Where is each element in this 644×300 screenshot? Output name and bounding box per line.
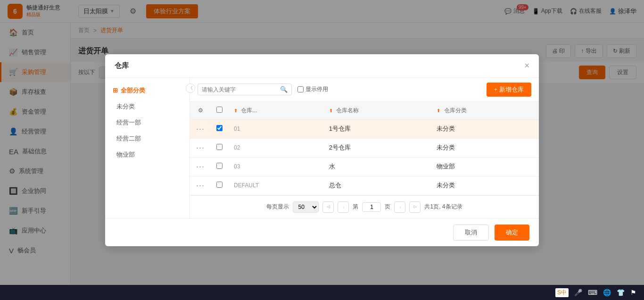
row-code: DEFAULT: [228, 176, 323, 195]
status-bar: S中 🎤 ⌨ 🌐 👕 ⚑: [0, 285, 644, 300]
status-mic-icon[interactable]: 🎤: [574, 289, 582, 296]
row-checkbox-cell: [211, 157, 228, 176]
search-box: 🔍: [198, 83, 292, 95]
table-row[interactable]: ··· 02 2号仓库 未分类: [190, 138, 539, 157]
modal-body: ⊞ 全部分类 《 未分类经营一部经营二部物业部 🔍 显示停用: [105, 78, 539, 218]
col-checkbox: [211, 102, 228, 120]
page-first-btn[interactable]: ⊲: [322, 201, 334, 213]
col-name: ⬆ 仓库名称: [323, 102, 431, 120]
category-item[interactable]: 经营二部: [105, 131, 190, 147]
row-category: 未分类: [431, 119, 539, 138]
row-action: ···: [190, 157, 211, 176]
col-settings: ⚙: [190, 102, 211, 120]
row-code: 03: [228, 157, 323, 176]
row-more-btn[interactable]: ···: [196, 162, 205, 172]
table-row[interactable]: ··· DEFAULT 总仓 未分类: [190, 176, 539, 195]
row-checkbox[interactable]: [216, 125, 223, 131]
status-flag-icon[interactable]: ⚑: [630, 289, 636, 296]
content-toolbar: 🔍 显示停用 + 新增仓库: [190, 78, 539, 102]
page-size-select[interactable]: 102050100: [293, 201, 319, 213]
sort-icon: ⬆: [234, 108, 238, 113]
row-checkbox[interactable]: [216, 182, 223, 188]
category-item[interactable]: 经营一部: [105, 115, 190, 131]
all-categories-label: 全部分类: [121, 86, 145, 95]
row-category: 未分类: [431, 176, 539, 195]
category-panel: ⊞ 全部分类 《 未分类经营一部经营二部物业部: [105, 78, 190, 218]
modal-close-button[interactable]: ×: [524, 61, 529, 71]
modal-header: 仓库 ×: [105, 54, 539, 78]
row-action: ···: [190, 119, 211, 138]
grid-icon: ⊞: [113, 87, 118, 94]
col-code: ⬆ 仓库...: [228, 102, 323, 120]
search-input[interactable]: [202, 86, 280, 93]
page-next-btn[interactable]: ›: [394, 201, 405, 213]
total-info: 共1页, 4条记录: [424, 203, 462, 211]
row-name: 1号仓库: [323, 119, 431, 138]
category-item[interactable]: 未分类: [105, 99, 190, 115]
modal-overlay: 仓库 × ⊞ 全部分类 《 未分类经营一部经营二部物业部 🔍: [0, 0, 644, 300]
per-page-label: 每页显示: [266, 203, 289, 211]
row-name: 总仓: [323, 176, 431, 195]
sort-icon-category: ⬆: [437, 108, 440, 113]
status-lang-icon[interactable]: S中: [555, 288, 569, 297]
row-checkbox-cell: [211, 119, 228, 138]
row-name: 2号仓库: [323, 138, 431, 157]
data-table: ⚙ ⬆ 仓库... ⬆ 仓库名称: [190, 102, 539, 195]
status-network-icon[interactable]: 🌐: [603, 289, 611, 296]
select-all-checkbox[interactable]: [216, 107, 223, 113]
page-unit: 页: [385, 203, 390, 211]
add-warehouse-button[interactable]: + 新增仓库: [487, 83, 531, 97]
category-list: 未分类经营一部经营二部物业部: [105, 99, 190, 163]
row-code: 01: [228, 119, 323, 138]
row-more-btn[interactable]: ···: [196, 181, 205, 191]
row-checkbox-cell: [211, 176, 228, 195]
status-shirt-icon[interactable]: 👕: [617, 289, 625, 296]
row-checkbox[interactable]: [216, 163, 223, 169]
row-more-btn[interactable]: ···: [196, 143, 205, 153]
modal-title: 仓库: [115, 61, 129, 70]
status-keyboard-icon[interactable]: ⌨: [588, 289, 597, 296]
page-input[interactable]: [362, 202, 381, 212]
row-category: 物业部: [431, 157, 539, 176]
page-prev-btn[interactable]: ‹: [338, 201, 349, 213]
table-row[interactable]: ··· 03 水 物业部: [190, 157, 539, 176]
category-item[interactable]: 物业部: [105, 147, 190, 163]
all-categories-item[interactable]: ⊞ 全部分类: [105, 83, 190, 99]
show-disabled-checkbox[interactable]: [297, 86, 304, 92]
row-name: 水: [323, 157, 431, 176]
row-more-btn[interactable]: ···: [196, 124, 205, 134]
show-disabled-label[interactable]: 显示停用: [297, 85, 328, 93]
warehouse-modal: 仓库 × ⊞ 全部分类 《 未分类经营一部经营二部物业部 🔍: [105, 54, 539, 246]
table-body: ··· 01 1号仓库 未分类 ··· 02 2号仓库 未分类 ···: [190, 119, 539, 195]
page-label: 第: [353, 203, 358, 211]
warehouse-table: ⚙ ⬆ 仓库... ⬆ 仓库名称: [190, 102, 539, 195]
col-category: ⬆ 仓库分类: [431, 102, 539, 120]
content-panel: 🔍 显示停用 + 新增仓库 ⚙: [190, 78, 539, 218]
modal-footer: 取消 确定: [105, 218, 539, 246]
confirm-button[interactable]: 确定: [495, 225, 529, 241]
search-icon[interactable]: 🔍: [280, 86, 288, 93]
row-action: ···: [190, 176, 211, 195]
cancel-button[interactable]: 取消: [453, 225, 489, 241]
pagination: 每页显示 102050100 ⊲ ‹ 第 页 › ⊳ 共1页, 4条记录: [190, 195, 539, 218]
row-action: ···: [190, 138, 211, 157]
row-checkbox-cell: [211, 138, 228, 157]
row-code: 02: [228, 138, 323, 157]
collapse-btn[interactable]: 《: [186, 83, 195, 93]
row-category: 未分类: [431, 138, 539, 157]
table-row[interactable]: ··· 01 1号仓库 未分类: [190, 119, 539, 138]
sort-icon-name: ⬆: [329, 108, 333, 113]
table-header-row: ⚙ ⬆ 仓库... ⬆ 仓库名称: [190, 102, 539, 120]
row-checkbox[interactable]: [216, 144, 223, 150]
page-last-btn[interactable]: ⊳: [409, 201, 421, 213]
